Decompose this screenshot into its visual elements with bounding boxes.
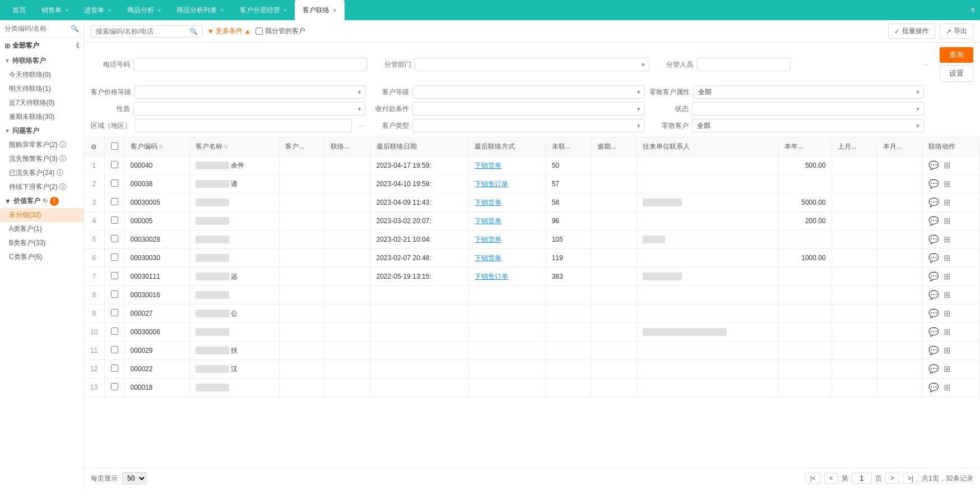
prev-page-button[interactable]: < — [824, 473, 838, 484]
tab-home[interactable]: 首页 — [4, 0, 34, 20]
action-more-icon[interactable]: ⊞ — [944, 216, 951, 226]
filter-search-icon[interactable]: 🔍 — [189, 27, 198, 35]
sidebar-group-value[interactable]: ▼ 价值客户 ↻ ! — [0, 194, 83, 208]
row-checkbox[interactable] — [111, 346, 118, 353]
action-more-icon[interactable]: ⊞ — [944, 345, 951, 356]
region-dots-icon[interactable]: ··· — [355, 122, 365, 130]
action-message-icon[interactable]: 💬 — [928, 234, 939, 245]
sidebar-item-7days[interactable]: 近7天待联络(0) — [0, 96, 83, 110]
tab-sales[interactable]: 销售单 × — [34, 0, 76, 20]
action-more-icon[interactable]: ⊞ — [944, 364, 951, 374]
last-method-link[interactable]: 下销售订单 — [475, 273, 508, 280]
row-checkbox[interactable] — [111, 327, 118, 335]
tab-customer-seg[interactable]: 客户分层经营 × — [232, 0, 295, 20]
action-message-icon[interactable]: 💬 — [928, 216, 939, 226]
row-checkbox[interactable] — [111, 309, 118, 316]
filter-select-price-level[interactable] — [134, 85, 365, 99]
filter-select-customer-level[interactable] — [412, 85, 644, 99]
action-more-icon[interactable]: ⊞ — [944, 290, 951, 300]
filter-select-customer-type[interactable] — [412, 119, 644, 132]
action-more-icon[interactable]: ⊞ — [944, 327, 951, 337]
action-message-icon[interactable]: 💬 — [928, 160, 939, 170]
last-method-link[interactable]: 下销货单 — [475, 162, 501, 169]
sidebar-search-icon[interactable]: 🔍 — [71, 25, 79, 33]
action-message-icon[interactable]: 💬 — [928, 290, 939, 300]
select-all-checkbox[interactable] — [111, 142, 118, 150]
tab-product-list[interactable]: 商品分析列表 × — [169, 0, 231, 20]
more-conditions-toggle[interactable]: ▼ 更多条件 ▲ — [207, 26, 251, 36]
batch-op-button[interactable]: ✓ 批量操作 — [888, 24, 935, 39]
sidebar-group-problem[interactable]: ▼ 问题客户 — [0, 124, 83, 138]
sidebar-item-class-b[interactable]: B类客户(33) — [0, 236, 83, 250]
sidebar-all-customers[interactable]: ⊞ 全部客户 《 — [0, 38, 83, 54]
action-more-icon[interactable]: ⊞ — [944, 179, 951, 189]
th-code[interactable]: 客户编码⇅ — [124, 137, 190, 156]
row-checkbox[interactable] — [111, 216, 118, 224]
next-page-button[interactable]: > — [885, 473, 899, 484]
action-message-icon[interactable]: 💬 — [928, 271, 939, 282]
th-settings[interactable]: ⚙ — [84, 137, 104, 156]
row-checkbox[interactable] — [111, 365, 118, 372]
action-message-icon[interactable]: 💬 — [928, 364, 939, 374]
tab-purchase-close[interactable]: × — [108, 7, 111, 13]
sidebar-item-class-a[interactable]: A类客户(1) — [0, 222, 83, 236]
sidebar-item-class-c[interactable]: C类客户(6) — [0, 250, 83, 264]
action-more-icon[interactable]: ⊞ — [944, 160, 951, 170]
filter-select-payment[interactable] — [412, 102, 644, 116]
sidebar-group-pending[interactable]: ▼ 待联络客户 — [0, 54, 83, 68]
tab-purchase[interactable]: 进货单 × — [76, 0, 119, 20]
filter-select-retail-attr[interactable]: 全部 — [693, 85, 924, 99]
action-message-icon[interactable]: 💬 — [928, 179, 939, 189]
export-button[interactable]: ↗ 导出 — [940, 24, 973, 39]
page-number-input[interactable] — [852, 473, 872, 484]
per-page-select[interactable]: 50 — [122, 472, 147, 485]
tab-product-analysis[interactable]: 商品分析 × — [119, 0, 169, 20]
action-message-icon[interactable]: 💬 — [928, 253, 939, 263]
sidebar-item-churn-warn[interactable]: 流失预警客户(3) ⓘ — [0, 152, 83, 166]
reset-button[interactable]: 设置 — [940, 65, 973, 82]
last-method-link[interactable]: 下销货单 — [475, 236, 501, 243]
filter-select-status[interactable] — [692, 102, 924, 116]
refresh-icon[interactable]: ↻ — [43, 197, 48, 205]
row-checkbox[interactable] — [111, 272, 118, 279]
filter-select-nature[interactable] — [133, 102, 365, 116]
filter-input-manager[interactable] — [696, 58, 791, 71]
action-more-icon[interactable]: ⊞ — [944, 253, 951, 263]
row-checkbox[interactable] — [111, 290, 118, 298]
sidebar-item-tomorrow[interactable]: 明天待联络(1) — [0, 82, 83, 96]
my-customers-checkbox[interactable] — [256, 27, 263, 35]
sidebar-item-ungrouped[interactable]: 未分组(32) — [0, 208, 83, 222]
filter-input-phone[interactable] — [133, 58, 368, 71]
action-more-icon[interactable]: ⊞ — [944, 234, 951, 245]
sidebar-collapse-icon[interactable]: 《 — [73, 41, 79, 50]
action-message-icon[interactable]: 💬 — [928, 308, 939, 319]
row-checkbox[interactable] — [111, 179, 118, 187]
query-button[interactable]: 查询 — [940, 47, 973, 63]
last-page-button[interactable]: >| — [903, 473, 918, 484]
filter-search-input[interactable] — [96, 27, 189, 35]
filter-input-region[interactable] — [134, 119, 352, 132]
sidebar-item-declining[interactable]: 持续下滑客户(2) ⓘ — [0, 180, 83, 194]
action-more-icon[interactable]: ⊞ — [944, 382, 951, 393]
action-message-icon[interactable]: 💬 — [928, 382, 939, 393]
row-checkbox[interactable] — [111, 198, 118, 205]
last-method-link[interactable]: 下销货单 — [475, 217, 501, 225]
last-method-link[interactable]: 下销货单 — [475, 199, 501, 206]
row-checkbox[interactable] — [111, 253, 118, 261]
tab-customer-seg-close[interactable]: × — [284, 7, 287, 13]
last-method-link[interactable]: 下销售订单 — [475, 180, 508, 188]
row-checkbox[interactable] — [111, 383, 118, 390]
action-message-icon[interactable]: 💬 — [928, 327, 939, 337]
sidebar-item-lost[interactable]: 已流失客户(24) ⓘ — [0, 166, 83, 180]
row-checkbox[interactable] — [111, 161, 118, 168]
sidebar-item-overdue[interactable]: 逾期未联络(30) — [0, 110, 83, 124]
sidebar-item-abnormal[interactable]: 囤购异常客户(2) ⓘ — [0, 138, 83, 152]
tab-customer-contact[interactable]: 客户联络 × — [295, 0, 344, 20]
filter-select-dept[interactable] — [415, 58, 649, 71]
tab-product-analysis-close[interactable]: × — [157, 7, 161, 13]
tab-product-list-close[interactable]: × — [220, 7, 224, 13]
last-method-link[interactable]: 下销货单 — [475, 254, 501, 262]
tab-sales-close[interactable]: × — [65, 7, 68, 13]
sidebar-search-input[interactable] — [4, 25, 68, 33]
sidebar-item-today[interactable]: 今天待联络(0) — [0, 68, 83, 82]
